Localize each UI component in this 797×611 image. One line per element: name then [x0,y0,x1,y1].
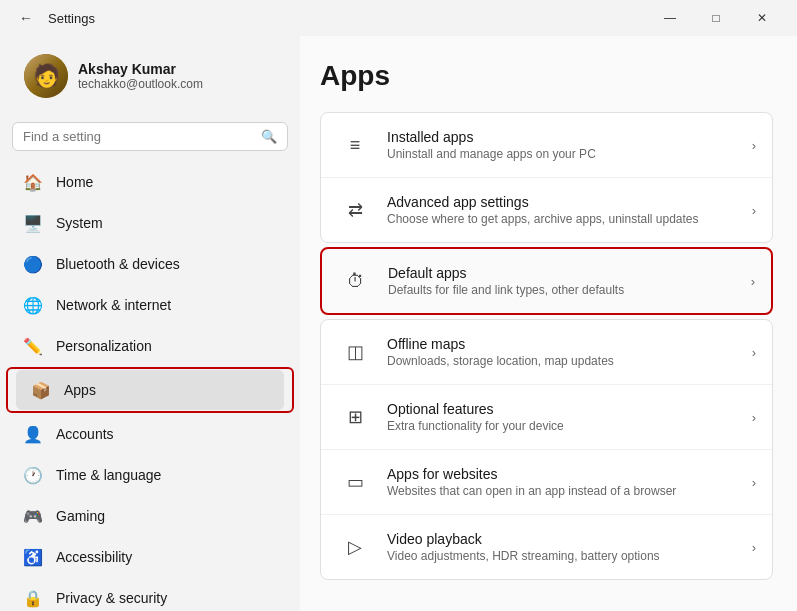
chevron-right-icon: › [752,138,756,153]
sidebar-item-accounts[interactable]: 👤Accounts [8,414,292,454]
advanced-app-settings-title: Advanced app settings [387,194,752,210]
sidebar-item-label: Apps [64,382,96,398]
privacy-icon: 🔒 [22,587,44,609]
video-playback-text: Video playbackVideo adjustments, HDR str… [387,531,752,563]
network-icon: 🌐 [22,294,44,316]
sidebar-item-system[interactable]: 🖥️System [8,203,292,243]
chevron-right-icon: › [752,540,756,555]
default-apps-card-highlighted: ⏱Default appsDefaults for file and link … [320,247,773,315]
sidebar-item-time[interactable]: 🕐Time & language [8,455,292,495]
personalization-icon: ✏️ [22,335,44,357]
main-layout: 🧑 Akshay Kumar techakko@outlook.com 🔍 🏠H… [0,36,797,611]
sidebar-item-label: Personalization [56,338,152,354]
installed-apps-desc: Uninstall and manage apps on your PC [387,147,752,161]
optional-features-title: Optional features [387,401,752,417]
content-area: Apps ≡Installed appsUninstall and manage… [300,36,797,611]
optional-features-desc: Extra functionality for your device [387,419,752,433]
video-playback-desc: Video adjustments, HDR streaming, batter… [387,549,752,563]
sidebar-item-label: Home [56,174,93,190]
sidebar-item-label: System [56,215,103,231]
advanced-app-settings-text: Advanced app settingsChoose where to get… [387,194,752,226]
settings-list: ≡Installed appsUninstall and manage apps… [320,112,773,580]
advanced-app-settings-icon: ⇄ [337,192,373,228]
apps-for-websites-text: Apps for websitesWebsites that can open … [387,466,752,498]
user-name: Akshay Kumar [78,61,203,77]
user-info: Akshay Kumar techakko@outlook.com [78,61,203,91]
sidebar-item-label: Accounts [56,426,114,442]
video-playback-title: Video playback [387,531,752,547]
search-input[interactable] [23,129,261,144]
installed-apps-title: Installed apps [387,129,752,145]
sidebar-item-label: Accessibility [56,549,132,565]
settings-item-optional-features[interactable]: ⊞Optional featuresExtra functionality fo… [321,385,772,450]
sidebar-item-accessibility[interactable]: ♿Accessibility [8,537,292,577]
sidebar-item-gaming[interactable]: 🎮Gaming [8,496,292,536]
search-box[interactable]: 🔍 [12,122,288,151]
user-profile[interactable]: 🧑 Akshay Kumar techakko@outlook.com [8,40,292,112]
page-title: Apps [320,60,773,92]
installed-apps-text: Installed appsUninstall and manage apps … [387,129,752,161]
bluetooth-icon: 🔵 [22,253,44,275]
window-controls: — □ ✕ [647,2,785,34]
back-button[interactable]: ← [12,4,40,32]
search-icon: 🔍 [261,129,277,144]
settings-item-apps-for-websites[interactable]: ▭Apps for websitesWebsites that can open… [321,450,772,515]
sidebar-item-apps[interactable]: 📦Apps [16,370,284,410]
sidebar-item-bluetooth[interactable]: 🔵Bluetooth & devices [8,244,292,284]
sidebar-item-label: Time & language [56,467,161,483]
sidebar-item-label: Privacy & security [56,590,167,606]
settings-item-default-apps[interactable]: ⏱Default appsDefaults for file and link … [322,249,771,313]
apps-icon: 📦 [30,379,52,401]
chevron-right-icon: › [752,475,756,490]
chevron-right-icon: › [752,410,756,425]
settings-card-top: ≡Installed appsUninstall and manage apps… [320,112,773,243]
settings-item-installed-apps[interactable]: ≡Installed appsUninstall and manage apps… [321,113,772,178]
sidebar-item-privacy[interactable]: 🔒Privacy & security [8,578,292,611]
avatar-image: 🧑 [24,54,68,98]
default-apps-title: Default apps [388,265,751,281]
nav-list: 🏠Home🖥️System🔵Bluetooth & devices🌐Networ… [0,161,300,611]
accessibility-icon: ♿ [22,546,44,568]
offline-maps-title: Offline maps [387,336,752,352]
sidebar-item-label: Bluetooth & devices [56,256,180,272]
accounts-icon: 👤 [22,423,44,445]
offline-maps-text: Offline mapsDownloads, storage location,… [387,336,752,368]
optional-features-text: Optional featuresExtra functionality for… [387,401,752,433]
user-email: techakko@outlook.com [78,77,203,91]
apps-for-websites-icon: ▭ [337,464,373,500]
close-button[interactable]: ✕ [739,2,785,34]
installed-apps-icon: ≡ [337,127,373,163]
offline-maps-icon: ◫ [337,334,373,370]
avatar: 🧑 [24,54,68,98]
sidebar-item-home[interactable]: 🏠Home [8,162,292,202]
apps-for-websites-desc: Websites that can open in an app instead… [387,484,752,498]
default-apps-icon: ⏱ [338,263,374,299]
minimize-button[interactable]: — [647,2,693,34]
settings-card-bottom: ◫Offline mapsDownloads, storage location… [320,319,773,580]
titlebar-title: Settings [48,11,95,26]
chevron-right-icon: › [752,345,756,360]
default-apps-desc: Defaults for file and link types, other … [388,283,751,297]
sidebar-item-personalization[interactable]: ✏️Personalization [8,326,292,366]
sidebar-item-label: Network & internet [56,297,171,313]
titlebar: ← Settings — □ ✕ [0,0,797,36]
settings-item-advanced-app-settings[interactable]: ⇄Advanced app settingsChoose where to ge… [321,178,772,242]
gaming-icon: 🎮 [22,505,44,527]
advanced-app-settings-desc: Choose where to get apps, archive apps, … [387,212,752,226]
maximize-button[interactable]: □ [693,2,739,34]
apps-highlight-border: 📦Apps [6,367,294,413]
sidebar: 🧑 Akshay Kumar techakko@outlook.com 🔍 🏠H… [0,36,300,611]
settings-item-video-playback[interactable]: ▷Video playbackVideo adjustments, HDR st… [321,515,772,579]
sidebar-item-label: Gaming [56,508,105,524]
chevron-right-icon: › [751,274,755,289]
optional-features-icon: ⊞ [337,399,373,435]
system-icon: 🖥️ [22,212,44,234]
home-icon: 🏠 [22,171,44,193]
sidebar-item-network[interactable]: 🌐Network & internet [8,285,292,325]
default-apps-text: Default appsDefaults for file and link t… [388,265,751,297]
time-icon: 🕐 [22,464,44,486]
video-playback-icon: ▷ [337,529,373,565]
chevron-right-icon: › [752,203,756,218]
settings-item-offline-maps[interactable]: ◫Offline mapsDownloads, storage location… [321,320,772,385]
apps-for-websites-title: Apps for websites [387,466,752,482]
